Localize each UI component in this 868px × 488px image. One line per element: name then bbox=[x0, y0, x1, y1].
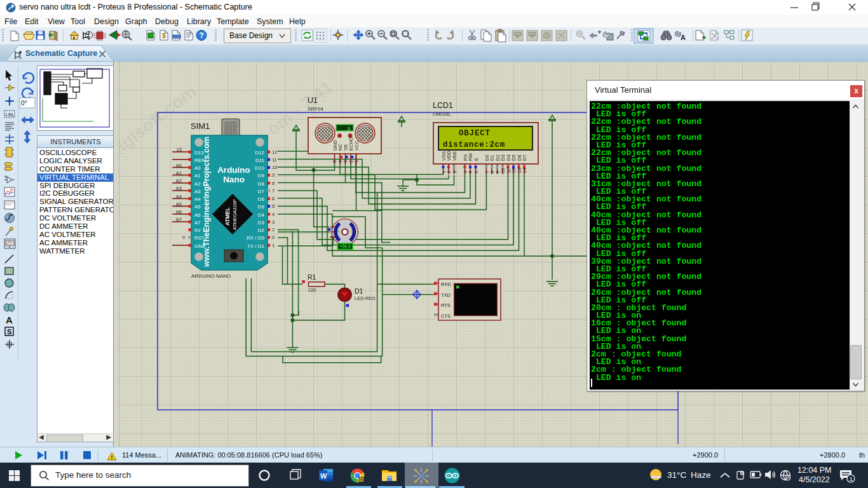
svg-text:$: $ bbox=[162, 32, 166, 39]
svg-text:11: 11 bbox=[272, 157, 277, 163]
svg-text:A0: A0 bbox=[176, 163, 182, 168]
svg-text:GND: GND bbox=[194, 243, 206, 249]
svg-text:5V: 5V bbox=[194, 227, 201, 233]
svg-text:TXD: TXD bbox=[441, 292, 451, 298]
svg-text:3: 3 bbox=[343, 160, 348, 163]
svg-text:ARDUINO NANO: ARDUINO NANO bbox=[191, 273, 231, 279]
svg-text:D13: D13 bbox=[194, 150, 204, 156]
svg-text:A: A bbox=[681, 34, 686, 41]
svg-text:8: 8 bbox=[490, 171, 494, 173]
svg-text:A1: A1 bbox=[176, 170, 182, 176]
svg-text:ATMEGA328P: ATMEGA328P bbox=[232, 199, 238, 230]
svg-text:digisoft.com: digisoft.com bbox=[113, 81, 200, 162]
svg-text:E: E bbox=[473, 158, 479, 161]
svg-text:D5: D5 bbox=[258, 204, 265, 210]
svg-text:D4: D4 bbox=[258, 212, 265, 218]
svg-text:D1: D1 bbox=[355, 287, 363, 295]
svg-text:U1: U1 bbox=[308, 96, 318, 105]
svg-text:6: 6 bbox=[272, 196, 275, 201]
svg-text:6: 6 bbox=[474, 171, 478, 173]
svg-text:+50.0: +50.0 bbox=[340, 244, 351, 248]
svg-text:!: ! bbox=[111, 454, 113, 461]
svg-text:RST: RST bbox=[194, 235, 205, 241]
svg-text:220: 220 bbox=[308, 287, 316, 293]
svg-text:LED-RED: LED-RED bbox=[355, 295, 376, 301]
svg-text:A3: A3 bbox=[176, 186, 182, 191]
svg-text:Nano: Nano bbox=[223, 175, 245, 184]
svg-text:OBJECT: OBJECT bbox=[459, 129, 491, 138]
svg-text:A2: A2 bbox=[194, 181, 201, 187]
svg-text:13: 13 bbox=[177, 147, 182, 152]
svg-text:RTS: RTS bbox=[441, 302, 451, 308]
svg-text:8: 8 bbox=[272, 180, 275, 186]
svg-text:1: 1 bbox=[442, 171, 446, 173]
svg-text:10: 10 bbox=[501, 168, 505, 173]
svg-text:D3: D3 bbox=[258, 220, 265, 226]
svg-text:3: 3 bbox=[272, 219, 275, 225]
svg-text:REF: REF bbox=[194, 158, 205, 163]
svg-text:5: 5 bbox=[272, 203, 275, 209]
svg-text:1: 1 bbox=[354, 160, 358, 163]
svg-text:4: 4 bbox=[463, 171, 468, 173]
svg-text:CTS: CTS bbox=[441, 313, 451, 319]
svg-text:A6: A6 bbox=[176, 209, 182, 215]
svg-text:2: 2 bbox=[349, 160, 353, 163]
svg-text:D12: D12 bbox=[255, 150, 264, 156]
svg-text:D9: D9 bbox=[258, 173, 265, 179]
svg-text:11: 11 bbox=[506, 168, 511, 173]
svg-text:A5: A5 bbox=[176, 201, 182, 207]
svg-text:3: 3 bbox=[452, 171, 457, 173]
svg-text:Arduino: Arduino bbox=[217, 165, 250, 175]
svg-text:A5: A5 bbox=[194, 204, 201, 210]
svg-text:9: 9 bbox=[496, 171, 500, 173]
svg-text:2: 2 bbox=[272, 227, 275, 233]
svg-text:?: ? bbox=[200, 31, 204, 40]
svg-text:A1: A1 bbox=[194, 173, 201, 179]
svg-text:5: 5 bbox=[332, 160, 337, 163]
svg-text:R1: R1 bbox=[308, 273, 316, 281]
svg-text:A2: A2 bbox=[176, 178, 182, 184]
svg-text:3: 3 bbox=[348, 126, 351, 132]
svg-text:D10: D10 bbox=[255, 165, 264, 171]
svg-text:VCC: VCC bbox=[354, 140, 360, 151]
svg-text:TX / D1: TX / D1 bbox=[247, 243, 265, 249]
svg-text:A4: A4 bbox=[176, 194, 182, 200]
svg-text:D6: D6 bbox=[258, 196, 265, 202]
svg-text:1: 1 bbox=[272, 243, 275, 248]
svg-text:12: 12 bbox=[512, 168, 516, 173]
svg-text:D7: D7 bbox=[522, 154, 527, 161]
svg-text:4: 4 bbox=[338, 160, 342, 163]
svg-text:D7: D7 bbox=[258, 189, 265, 194]
svg-text:VEE: VEE bbox=[452, 151, 458, 161]
svg-text:LM016L: LM016L bbox=[433, 111, 451, 117]
svg-text:A6: A6 bbox=[194, 212, 201, 218]
svg-text:S: S bbox=[7, 328, 11, 336]
svg-text:1: 1 bbox=[850, 476, 853, 482]
svg-text:9: 9 bbox=[272, 172, 275, 178]
svg-text:RX / D0: RX / D0 bbox=[247, 235, 265, 241]
svg-text:7: 7 bbox=[272, 188, 275, 194]
svg-text:A7: A7 bbox=[194, 220, 201, 226]
svg-text:A7: A7 bbox=[176, 217, 182, 222]
svg-text:A4: A4 bbox=[194, 196, 201, 202]
svg-text:0: 0 bbox=[272, 234, 275, 240]
svg-text:distance:2cm: distance:2cm bbox=[443, 140, 505, 149]
svg-text:10: 10 bbox=[272, 165, 277, 170]
svg-text:D2: D2 bbox=[258, 227, 265, 233]
svg-text:ATMEL: ATMEL bbox=[224, 207, 231, 226]
svg-text:D8: D8 bbox=[258, 181, 265, 187]
svg-text:RXD: RXD bbox=[441, 281, 451, 287]
svg-text:A0: A0 bbox=[194, 165, 201, 171]
svg-text:0°: 0° bbox=[21, 100, 27, 107]
svg-text:W: W bbox=[320, 472, 327, 480]
svg-text:D11: D11 bbox=[255, 158, 265, 163]
svg-text:A3: A3 bbox=[194, 189, 201, 194]
svg-text:LCD1: LCD1 bbox=[433, 101, 453, 110]
svg-text:2: 2 bbox=[447, 171, 451, 173]
svg-text:LBL: LBL bbox=[6, 112, 15, 118]
svg-text:7: 7 bbox=[485, 171, 489, 173]
svg-text:SRF04: SRF04 bbox=[308, 106, 323, 112]
svg-text:13: 13 bbox=[517, 168, 522, 173]
svg-text:12: 12 bbox=[272, 149, 277, 155]
svg-text:SIM1: SIM1 bbox=[191, 121, 210, 131]
